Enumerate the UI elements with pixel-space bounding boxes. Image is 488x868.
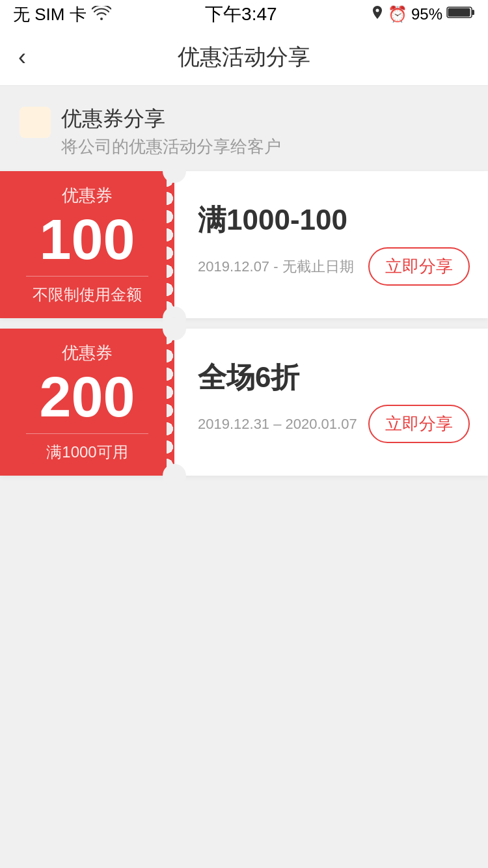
coupon-bottom-row-1: 2019.12.07 - 无截止日期 立即分享 [198, 247, 470, 286]
coupon-divider-2 [26, 433, 149, 434]
status-bar: 无 SIM 卡 下午3:47 ⏰ 95% [0, 0, 488, 29]
coupon-notch-top-2 [163, 317, 186, 340]
coupon-date-2: 2019.12.31 – 2020.01.07 [198, 416, 368, 433]
section-title: 优惠券分享 [61, 105, 281, 133]
coupon-bottom-row-2: 2019.12.31 – 2020.01.07 立即分享 [198, 405, 470, 443]
coupon-share-icon: 🎫 [20, 107, 51, 138]
coupon-notch-top-1 [163, 159, 186, 183]
coupon-amount-1: 100 [40, 211, 135, 268]
svg-rect-2 [448, 8, 470, 17]
coupon-list: 优惠券 100 不限制使用金额 满1000-100 2019.12.07 - 无… [0, 171, 488, 512]
status-right: ⏰ 95% [371, 5, 475, 23]
coupon-right-2: 全场6折 2019.12.31 – 2020.01.07 立即分享 [174, 329, 488, 476]
coupon-condition-1: 不限制使用金额 [33, 284, 142, 305]
coupon-left-2: 优惠券 200 满1000可用 [0, 329, 174, 476]
coupon-notch-bottom-2 [163, 464, 186, 487]
coupon-amount-2: 200 [40, 368, 135, 426]
carrier-text: 无 SIM 卡 [13, 3, 87, 26]
status-left: 无 SIM 卡 [13, 3, 111, 26]
wifi-icon [92, 5, 111, 25]
battery-text: 95% [411, 5, 442, 23]
coupon-card-2: 优惠券 200 满1000可用 全场6折 2019.12.31 – 2020.0… [0, 329, 488, 476]
coupon-card-1: 优惠券 100 不限制使用金额 满1000-100 2019.12.07 - 无… [0, 171, 488, 318]
coupon-condition-2: 满1000可用 [46, 442, 128, 463]
coupon-name-2: 全场6折 [198, 360, 470, 395]
time-display: 下午3:47 [205, 2, 277, 27]
coupon-label-1: 优惠券 [62, 184, 113, 207]
alarm-icon: ⏰ [388, 5, 407, 23]
section-header: 🎫 优惠券分享 将公司的优惠活动分享给客户 [0, 86, 488, 171]
share-button-2[interactable]: 立即分享 [368, 405, 470, 443]
back-button[interactable]: ‹ [18, 46, 26, 69]
svg-rect-1 [472, 10, 474, 15]
location-icon [371, 5, 384, 23]
coupon-left-1: 优惠券 100 不限制使用金额 [0, 171, 174, 318]
nav-bar: ‹ 优惠活动分享 [0, 29, 488, 86]
nav-title: 优惠活动分享 [178, 42, 310, 72]
coupon-name-1: 满1000-100 [198, 203, 470, 237]
coupon-divider-1 [26, 276, 149, 277]
coupon-date-1: 2019.12.07 - 无截止日期 [198, 257, 368, 277]
section-text: 优惠券分享 将公司的优惠活动分享给客户 [61, 105, 281, 158]
coupon-right-1: 满1000-100 2019.12.07 - 无截止日期 立即分享 [174, 171, 488, 318]
empty-area [0, 512, 488, 837]
section-subtitle: 将公司的优惠活动分享给客户 [61, 135, 281, 158]
share-button-1[interactable]: 立即分享 [368, 247, 470, 286]
battery-icon [446, 5, 475, 23]
svg-rect-3 [20, 107, 51, 138]
coupon-label-2: 优惠券 [62, 342, 113, 364]
